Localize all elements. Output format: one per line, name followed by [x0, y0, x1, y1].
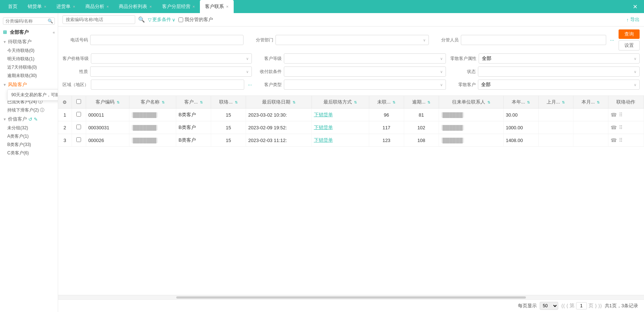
- refresh-icon[interactable]: ↺: [28, 117, 32, 122]
- zero-sales-attr-select[interactable]: 全部 ∨: [479, 53, 640, 64]
- my-customers-checkbox[interactable]: 我分管的客户: [178, 16, 213, 23]
- prev-page-icon[interactable]: ⟨: [566, 303, 568, 309]
- sidebar-item-tomorrow[interactable]: 明天待联络(1): [0, 55, 58, 63]
- sidebar-search-input[interactable]: [3, 17, 55, 25]
- sidebar-item-c-class[interactable]: C类客户(6): [0, 149, 58, 157]
- tab-close-product[interactable]: ×: [106, 4, 109, 9]
- filter-panel: 电话号码 分管部门 ∨ 分管人员 ··· 查询 设置: [58, 27, 644, 96]
- tab-purchase-order[interactable]: 进货单 ×: [51, 0, 80, 13]
- row-method-2[interactable]: 下销货单: [311, 134, 369, 147]
- tab-customer-contact[interactable]: 客户联系 ×: [200, 0, 233, 13]
- col-checkbox-header[interactable]: [72, 96, 86, 109]
- sidebar-item-b-class[interactable]: B类客户(33): [0, 141, 58, 149]
- row-type-2: B类客户: [176, 134, 211, 147]
- filter-search-input[interactable]: [63, 15, 135, 24]
- filter-more-button[interactable]: ▽ 更多条件 ∨: [148, 16, 176, 23]
- col-last-date-header[interactable]: 最后联络日期 ⇅: [246, 96, 311, 109]
- tab-close-customer-contact[interactable]: ×: [226, 4, 228, 9]
- region-dots-icon[interactable]: ···: [248, 82, 252, 88]
- zero-customer-select[interactable]: 全部 ∨: [478, 80, 640, 90]
- filter-person: 分管人员 ···: [433, 35, 614, 45]
- sidebar-section-risk[interactable]: ▼ 风险客户: [0, 80, 58, 89]
- sidebar-section-value[interactable]: ▼ 价值客户 ↺ ✎: [0, 114, 58, 124]
- export-icon: ↑: [627, 17, 629, 23]
- row-year-1: 1000.00: [503, 121, 538, 134]
- region-input[interactable]: [91, 80, 244, 90]
- settings-button[interactable]: 设置: [619, 40, 640, 50]
- col-this-month-header[interactable]: 本月... ⇅: [573, 96, 608, 109]
- more-actions-icon-0[interactable]: ⠿: [619, 112, 623, 118]
- dept-select[interactable]: ∨: [275, 35, 429, 45]
- per-page-select[interactable]: 50 100 200: [540, 302, 558, 310]
- col-contacts-header[interactable]: 联络... ⇅: [211, 96, 246, 109]
- nature-select[interactable]: ∨: [90, 66, 252, 77]
- horizontal-scrollbar[interactable]: [58, 295, 644, 299]
- row-checkbox-2[interactable]: [72, 134, 86, 147]
- col-settings[interactable]: ⚙: [58, 96, 72, 109]
- export-button[interactable]: ↑ 导出: [627, 16, 640, 23]
- sidebar-item-today[interactable]: 今天待联络(0): [0, 46, 58, 55]
- close-window-icon[interactable]: ✕: [629, 3, 641, 10]
- first-page-icon[interactable]: ⟨⟨: [561, 303, 565, 309]
- chevron-down-icon: ∨: [172, 17, 176, 23]
- edit-icon[interactable]: ✎: [34, 117, 38, 122]
- customer-type-select[interactable]: ∨: [284, 80, 446, 90]
- row-method-1[interactable]: 下销货单: [311, 121, 369, 134]
- tab-close-customer-layer[interactable]: ×: [193, 4, 195, 9]
- sidebar-search-area: 🔍: [0, 16, 58, 26]
- page-input[interactable]: [576, 302, 587, 309]
- data-table: ⚙ 客户编码 ⇅ 客户名称 ⇅ 客户... ⇅ 联络... ⇅ 最后联络日期 ⇅…: [58, 96, 644, 147]
- phone-input[interactable]: [90, 35, 243, 45]
- sidebar-item-a-class[interactable]: A类客户(1): [0, 132, 58, 141]
- customer-level-select[interactable]: ∨: [284, 53, 446, 64]
- col-type-header[interactable]: 客户... ⇅: [176, 96, 211, 109]
- call-icon-1[interactable]: ☎: [611, 125, 617, 130]
- call-icon-0[interactable]: ☎: [611, 112, 617, 118]
- status-select[interactable]: ∨: [478, 66, 640, 77]
- payment-select[interactable]: ∨: [284, 66, 446, 77]
- col-no-contact-header[interactable]: 未联... ⇅: [369, 96, 404, 109]
- col-overdue-header[interactable]: 逾期... ⇅: [404, 96, 439, 109]
- row-this-month-2: [573, 134, 608, 147]
- tab-customer-layer[interactable]: 客户分层经营 ×: [157, 0, 200, 13]
- person-dots-icon[interactable]: ···: [610, 37, 614, 43]
- col-code-header[interactable]: 客户编码 ⇅: [86, 96, 129, 109]
- sidebar-item-overdue-contact[interactable]: 逾期未联络(30): [0, 72, 58, 80]
- row-checkbox-0[interactable]: [72, 109, 86, 121]
- col-contact-person-header[interactable]: 往来单位联系人 ⇅: [439, 96, 503, 109]
- row-overdue-2: 108: [404, 134, 439, 147]
- person-input[interactable]: [461, 35, 606, 45]
- sidebar-item-ungrouped[interactable]: 未分组(32): [0, 124, 58, 132]
- my-customers-check[interactable]: [178, 17, 183, 22]
- tab-sales-order[interactable]: 销货单 ×: [23, 0, 51, 13]
- tab-close-sales[interactable]: ×: [44, 4, 46, 9]
- tab-product-analysis-list[interactable]: 商品分析列表 ×: [114, 0, 157, 13]
- sidebar-all-customers[interactable]: ⊞ 全部客户 «: [0, 28, 58, 37]
- tab-close-purchase[interactable]: ×: [73, 4, 75, 9]
- sidebar-section-pending[interactable]: ▼ 待联络客户: [0, 37, 58, 46]
- more-actions-icon-1[interactable]: ⠿: [619, 125, 623, 130]
- last-page-icon[interactable]: ⟩⟩: [598, 303, 602, 309]
- sidebar-item-7days[interactable]: 近7天待联络(0): [0, 63, 58, 72]
- select-all-checkbox[interactable]: [76, 99, 81, 104]
- row-no-contact-1: 117: [369, 121, 404, 134]
- call-icon-2[interactable]: ☎: [611, 137, 617, 143]
- sort-icon-last-month: ⇅: [562, 100, 565, 104]
- more-actions-icon-2[interactable]: ⠿: [619, 137, 623, 143]
- tab-home[interactable]: 首页: [3, 3, 23, 10]
- tab-product-analysis[interactable]: 商品分析 ×: [80, 0, 114, 13]
- next-page-icon[interactable]: ⟩: [595, 303, 597, 309]
- filter-search-button[interactable]: 🔍: [138, 16, 145, 23]
- row-method-0[interactable]: 下销货单: [311, 109, 369, 121]
- col-last-month-header[interactable]: 上月... ⇅: [538, 96, 573, 109]
- price-level-select[interactable]: ∨: [91, 53, 252, 64]
- collapse-icon[interactable]: «: [53, 30, 55, 35]
- tab-close-product-list[interactable]: ×: [149, 4, 152, 9]
- col-this-year-header[interactable]: 本年... ⇅: [503, 96, 538, 109]
- row-checkbox-1[interactable]: [72, 121, 86, 134]
- sidebar-item-declining[interactable]: 持续下滑客户(2) ⓘ: [0, 106, 58, 114]
- col-name-header[interactable]: 客户名称 ⇅: [129, 96, 176, 109]
- query-button[interactable]: 查询: [619, 29, 640, 39]
- col-last-method-header[interactable]: 最后联络方式 ⇅: [311, 96, 369, 109]
- row-person-2: ██████: [439, 134, 503, 147]
